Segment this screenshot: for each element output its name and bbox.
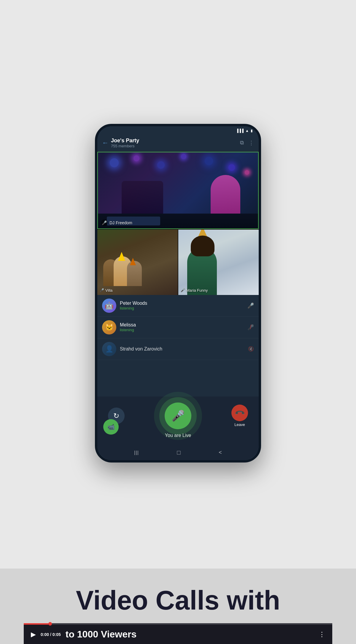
leave-label: Leave [234,422,245,427]
video-player-bar: ▶ 0:00 / 0:05 to 1000 Viewers ⋮ [24,623,332,644]
battery-icon: ▮ [251,129,253,133]
controls-container: ↻ 🎤 📞 Leave [97,397,259,445]
peter-name: Peter Woods [120,301,247,306]
player-controls: ▶ 0:00 / 0:05 to 1000 Viewers ⋮ [24,625,332,644]
header-title-group: Joe's Party 755 members [111,138,139,148]
strahd-avatar: 👤 [102,342,116,356]
promo-title-line1: Video Calls with [24,586,332,615]
live-status-wrapper: You are Live [102,429,254,439]
strahd-mic-icon: 🔇 [248,346,254,352]
villa-name: Villa [105,288,112,293]
controls-row: ↻ 🎤 📞 Leave [102,400,254,429]
more-menu-icon[interactable]: ⋮ [249,140,254,146]
dj-video-cell[interactable]: 🎤 DJ Freedom [97,152,259,229]
melissa-info: Melissa listening [120,322,247,332]
play-button[interactable]: ▶ [31,631,36,638]
participant-list: 🤖 Peter Woods listening 🎤 🐱 [97,295,259,397]
progress-bar[interactable] [24,623,332,625]
pip-icon[interactable]: ⧉ [240,140,244,146]
phone-screen: ▐▐▐ ▲ ▮ ← Joe's Party 755 members [97,126,259,460]
phone-device: ▐▐▐ ▲ ▮ ← Joe's Party 755 members [95,124,261,463]
melissa-mic-muted-icon: 🎤 / [247,324,254,331]
member-count: 755 members [111,144,139,148]
chat-title: Joe's Party [111,138,139,144]
participant-strahd[interactable]: 👤 Strahd von Zarovich 🔇 [97,338,259,360]
mic-main-icon: 🎤 [171,410,185,422]
dj-name: DJ Freedom [109,220,132,225]
strahd-name: Strahd von Zarovich [120,346,248,352]
melissa-name: Melissa [120,322,247,328]
recents-nav-icon[interactable]: ||| [134,450,139,455]
header-right: ⧉ ⋮ [240,140,254,146]
wifi-icon: ▲ [245,129,249,133]
villa-video-bg [97,230,178,295]
strahd-info: Strahd von Zarovich [120,346,248,352]
villa-overlay: 🎤 Villa [100,288,112,293]
header: ← Joe's Party 755 members ⧉ ⋮ [97,135,259,152]
signal-icon: ▐▐▐ [236,129,244,133]
bottom-section: Video Calls with ▶ 0:00 / 0:05 to 1000 V… [0,569,356,644]
melissa-status: listening [120,328,247,332]
refresh-icon: ↻ [113,412,119,420]
live-status-text: You are Live [165,433,191,438]
maria-overlay: 🎤 Maria Funny [181,288,208,293]
villa-video-cell[interactable]: 🎤 Villa [97,230,178,295]
back-button[interactable]: ← [102,139,109,147]
maria-name: Maria Funny [186,288,208,293]
peter-mic-icon: 🎤 [247,302,254,309]
status-bar: ▐▐▐ ▲ ▮ [97,126,259,135]
dj-video-bg [98,152,258,228]
video-icon: 📹 [107,423,115,430]
android-nav: ||| □ < [97,445,259,460]
player-title: to 1000 Viewers [66,629,314,640]
time-display: 0:00 / 0:05 [41,632,61,637]
video-bottom-row: 🎤 Villa [97,230,259,295]
dj-overlay: 🎤 DJ Freedom [101,220,132,226]
mic-button[interactable]: 🎤 [165,402,191,429]
dj-mic-icon: 🎤 [101,220,108,226]
video-grid: 🎤 DJ Freedom [97,152,259,295]
phone-wrapper: ▐▐▐ ▲ ▮ ← Joe's Party 755 members [95,0,261,569]
peter-status: listening [120,306,247,310]
progress-fill [24,623,48,625]
peter-avatar: 🤖 [102,299,116,313]
participant-melissa[interactable]: 🐱 Melissa listening 🎤 / [97,317,259,338]
status-icons: ▐▐▐ ▲ ▮ [236,129,253,133]
video-button-wrapper: 📹 [103,419,119,435]
leave-circle: 📞 [231,405,248,421]
maria-mic-icon: 🎤 [181,288,185,292]
video-button[interactable]: 📹 [103,419,119,435]
player-more-icon[interactable]: ⋮ [319,631,325,638]
maria-video-bg [178,230,259,295]
header-left: ← Joe's Party 755 members [102,138,139,148]
participant-peter[interactable]: 🤖 Peter Woods listening 🎤 [97,295,259,317]
home-nav-icon[interactable]: □ [177,449,180,456]
back-nav-icon[interactable]: < [219,449,222,456]
leave-button[interactable]: 📞 Leave [231,405,248,427]
dj-scene [98,152,258,228]
leave-phone-icon: 📞 [234,408,245,419]
maria-video-cell[interactable]: 🎤 Maria Funny [178,230,259,295]
peter-info: Peter Woods listening [120,301,247,310]
melissa-avatar: 🐱 [102,320,116,334]
page-wrapper: ▐▐▐ ▲ ▮ ← Joe's Party 755 members [0,0,356,644]
villa-mic-icon: 🎤 [100,288,104,292]
